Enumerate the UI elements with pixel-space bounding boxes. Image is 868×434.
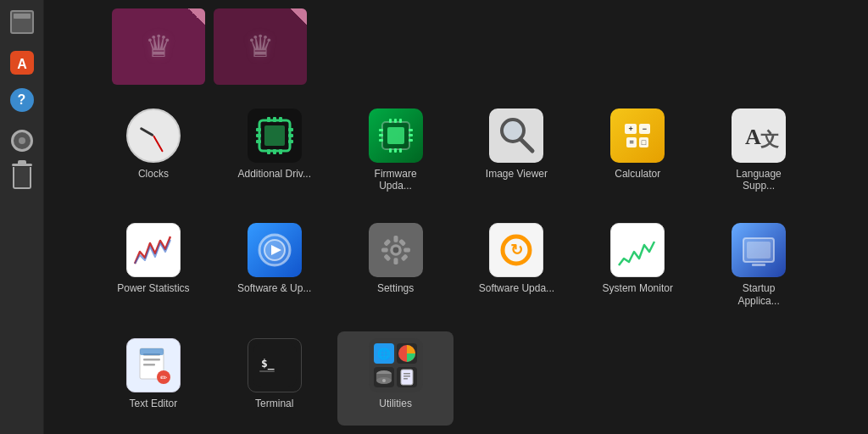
app-item-utilities[interactable]: 🌐 [337, 331, 454, 426]
svg-text:A: A [745, 125, 761, 149]
banner-area: ♛ ♛ [44, 0, 868, 93]
app-item-software-updater[interactable]: ↻ Software Upda... [458, 216, 575, 322]
app-item-clocks[interactable]: Clocks [95, 102, 212, 208]
svg-text:✏: ✏ [160, 373, 168, 382]
app-item-calculator[interactable]: + − = □ Calculator [579, 102, 696, 208]
svg-rect-5 [273, 117, 276, 122]
language-support-icon: A 文 [732, 108, 786, 163]
utilities-label: Utilities [379, 398, 412, 409]
svg-rect-9 [279, 149, 282, 154]
clocks-icon [126, 108, 181, 163]
svg-point-38 [392, 248, 398, 253]
settings-label: Settings [377, 282, 414, 294]
svg-text:$_: $_ [261, 357, 275, 370]
svg-text:文: 文 [760, 129, 779, 150]
system-monitor-icon [610, 223, 665, 277]
svg-rect-29 [409, 139, 413, 142]
text-editor-label: Text Editor [130, 398, 178, 409]
svg-rect-26 [379, 139, 383, 142]
system-monitor-label: System Monitor [603, 282, 673, 294]
app-item-software-updates[interactable]: Software & Up... [216, 216, 333, 322]
svg-rect-25 [379, 134, 383, 136]
svg-rect-24 [379, 129, 383, 131]
help-icon: ? [10, 88, 34, 112]
main-content: ♛ ♛ Clocks [44, 0, 868, 434]
app-item-system-monitor[interactable]: System Monitor [579, 216, 696, 322]
additional-drivers-label: Additional Driv... [238, 168, 311, 180]
sidebar-item-disc[interactable] [5, 124, 39, 158]
settings-icon [369, 223, 423, 277]
svg-rect-42 [403, 248, 410, 253]
svg-rect-4 [267, 117, 270, 122]
svg-point-66 [382, 379, 386, 382]
terminal-label: Terminal [255, 398, 293, 409]
svg-rect-56 [140, 348, 164, 355]
startup-applications-icon [732, 223, 786, 277]
app-item-terminal[interactable]: $_ Terminal [216, 331, 333, 426]
svg-rect-41 [381, 248, 388, 253]
svg-text:A: A [17, 57, 27, 71]
text-editor-icon: ✏ [126, 338, 181, 392]
app-item-settings[interactable]: Settings [337, 216, 454, 322]
banner-fold-1 [188, 8, 205, 25]
svg-rect-22 [394, 148, 397, 153]
software-updater-icon: ↻ [489, 223, 543, 277]
svg-rect-44 [400, 254, 408, 262]
image-viewer-icon [489, 108, 543, 163]
svg-rect-23 [399, 148, 402, 153]
utilities-disk-icon [374, 367, 394, 387]
app-item-language-support[interactable]: A 文 Language Supp... [700, 102, 817, 208]
svg-rect-45 [398, 239, 406, 247]
software-updates-icon [248, 223, 302, 277]
svg-rect-51 [752, 264, 765, 266]
disc-icon [11, 130, 33, 152]
sidebar-item-window-manager[interactable] [5, 5, 39, 39]
svg-rect-10 [256, 128, 261, 131]
svg-rect-50 [747, 242, 771, 259]
svg-rect-43 [383, 239, 391, 247]
app-item-additional-drivers[interactable]: Additional Driv... [216, 102, 333, 208]
sidebar-item-app-store[interactable]: A [5, 46, 39, 80]
window-manager-icon [10, 10, 34, 34]
banner-card-1[interactable]: ♛ [112, 8, 205, 85]
clocks-label: Clocks [138, 168, 169, 180]
banner-card-2[interactable]: ♛ [214, 8, 307, 85]
svg-rect-14 [288, 134, 293, 137]
firmware-label: Firmware Upda... [358, 168, 434, 192]
app-grid: Clocks [44, 93, 868, 434]
image-viewer-label: Image Viewer [486, 168, 548, 180]
sidebar-item-trash[interactable] [5, 161, 39, 195]
svg-rect-67 [401, 370, 413, 385]
svg-rect-69 [403, 376, 410, 377]
svg-rect-17 [387, 127, 404, 144]
app-item-image-viewer[interactable]: Image Viewer [458, 102, 575, 208]
svg-line-31 [520, 139, 532, 151]
utilities-pie-icon [397, 343, 417, 364]
terminal-icon: $_ [248, 338, 302, 392]
calculator-label: Calculator [615, 168, 660, 180]
svg-rect-7 [267, 149, 270, 154]
svg-rect-12 [256, 140, 261, 143]
sidebar: A ? [0, 0, 44, 434]
svg-rect-19 [394, 119, 397, 123]
app-item-power-statistics[interactable]: Power Statistics [95, 216, 212, 322]
additional-drivers-icon [248, 108, 302, 163]
language-support-label: Language Supp... [721, 168, 797, 192]
sidebar-item-help[interactable]: ? [5, 83, 39, 117]
svg-rect-39 [393, 236, 398, 243]
svg-rect-55 [143, 364, 155, 366]
software-updater-label: Software Upda... [479, 282, 554, 294]
software-updates-label: Software & Up... [237, 282, 311, 294]
svg-rect-11 [256, 134, 261, 137]
app-item-startup-applications[interactable]: Startup Applica... [700, 216, 817, 322]
svg-rect-28 [409, 134, 413, 136]
svg-rect-18 [389, 119, 392, 123]
svg-text:↻: ↻ [510, 242, 523, 259]
app-item-text-editor[interactable]: ✏ Text Editor [95, 331, 212, 426]
app-item-firmware[interactable]: Firmware Upda... [337, 102, 454, 208]
utilities-globe-icon: 🌐 [374, 343, 394, 364]
svg-rect-21 [389, 148, 392, 153]
startup-applications-label: Startup Applica... [721, 282, 797, 307]
crown-icon-2: ♛ [247, 29, 274, 64]
svg-rect-13 [288, 128, 293, 131]
